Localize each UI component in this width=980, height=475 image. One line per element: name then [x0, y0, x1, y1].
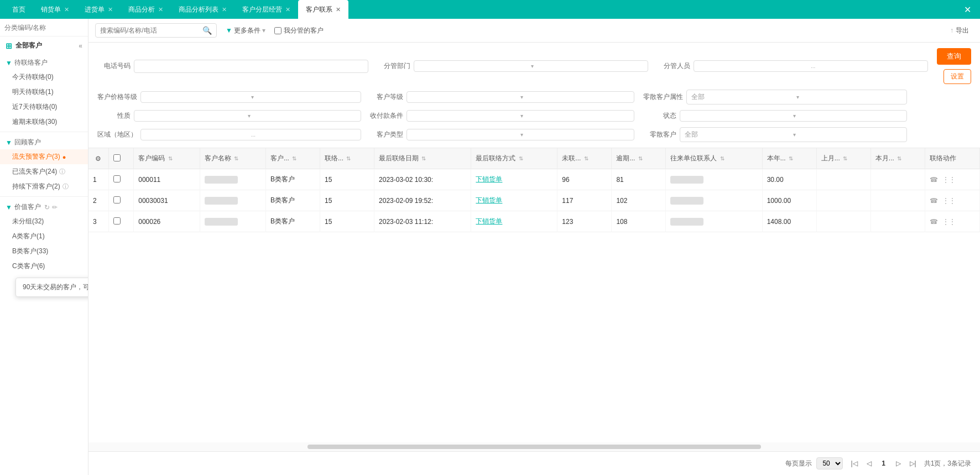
- row1-action-more-icon[interactable]: ⋮⋮: [942, 176, 956, 184]
- search-button[interactable]: 🔍: [202, 26, 212, 35]
- table-header-name[interactable]: 客户名称 ⇅: [200, 148, 265, 169]
- row2-action-more-icon[interactable]: ⋮⋮: [942, 197, 956, 205]
- sidebar-item-7days[interactable]: 近7天待联络(0): [0, 100, 88, 114]
- search-input[interactable]: [100, 27, 202, 34]
- refresh-icon[interactable]: ↻: [44, 203, 50, 211]
- search-box[interactable]: 🔍: [95, 23, 217, 38]
- filter-scatter-attr-select[interactable]: 全部 ▾: [686, 90, 907, 105]
- tab-purchase-order[interactable]: 进货单 ✕: [77, 0, 121, 19]
- sidebar-all-customers[interactable]: ⊞ 全部客户 «: [0, 36, 88, 55]
- sidebar-item-class-c[interactable]: C类客户(6): [0, 259, 88, 274]
- tab-product-analysis-close[interactable]: ✕: [158, 6, 163, 13]
- table-header-overdue[interactable]: 逾期... ⇅: [612, 148, 666, 169]
- scrollbar-thumb[interactable]: [307, 445, 761, 449]
- table-header-last-method[interactable]: 最后联络方式 ⇅: [471, 148, 557, 169]
- table-header-last-date[interactable]: 最后联络日期 ⇅: [374, 148, 471, 169]
- sidebar-item-class-a[interactable]: A类客户(1): [0, 229, 88, 244]
- tab-customer-contact-close[interactable]: ✕: [336, 6, 341, 13]
- tab-product-analysis-list-close[interactable]: ✕: [222, 6, 227, 13]
- tab-customer-tier-close[interactable]: ✕: [285, 6, 290, 13]
- horizontal-scrollbar[interactable]: [88, 442, 980, 451]
- tab-sales-order[interactable]: 销货单 ✕: [33, 0, 77, 19]
- table-header-contact[interactable]: 联络... ⇅: [320, 148, 374, 169]
- select-all-checkbox[interactable]: [113, 154, 121, 161]
- filter-dept-select[interactable]: ▾: [414, 60, 648, 72]
- my-customers-check[interactable]: [274, 27, 282, 34]
- chevron-payment-icon: ▾: [520, 113, 629, 119]
- sidebar-search[interactable]: 🔍: [0, 19, 88, 36]
- tab-purchase-order-close[interactable]: ✕: [108, 6, 113, 13]
- prev-page-button[interactable]: ◁: [863, 458, 875, 468]
- tab-sales-order-close[interactable]: ✕: [64, 6, 69, 13]
- tab-customer-tier[interactable]: 客户分层经营 ✕: [234, 0, 298, 19]
- row3-last-method[interactable]: 下销货单: [471, 211, 557, 232]
- filter-phone-input[interactable]: [134, 60, 368, 73]
- sidebar-item-churned[interactable]: 已流失客户(24) ⓘ: [0, 164, 88, 179]
- sort-thismonth-icon: ⇅: [897, 155, 901, 161]
- filter-person-select[interactable]: ...: [694, 60, 928, 72]
- tab-product-analysis[interactable]: 商品分析 ✕: [121, 0, 171, 19]
- chevron-scatter-attr-icon: ▾: [796, 94, 902, 100]
- sidebar-search-input[interactable]: [4, 24, 87, 32]
- window-close-icon[interactable]: ✕: [960, 4, 976, 15]
- filter-field-region: 区域（地区） ...: [97, 129, 361, 140]
- filter-region-select[interactable]: ...: [140, 129, 361, 140]
- row2-action-phone-icon[interactable]: ☎: [930, 197, 938, 205]
- table-header-this-year[interactable]: 本年... ⇅: [762, 148, 816, 169]
- settings-button[interactable]: 设置: [943, 69, 971, 84]
- filter-nature-select[interactable]: ▾: [134, 110, 361, 122]
- sidebar-divider-1: [0, 132, 88, 132]
- row1-last-method[interactable]: 下销货单: [471, 169, 557, 190]
- sidebar-item-ungrouped[interactable]: 未分组(32): [0, 214, 88, 229]
- filter-status-select[interactable]: ▾: [680, 110, 907, 122]
- table-header-last-month[interactable]: 上月... ⇅: [816, 148, 870, 169]
- next-page-button[interactable]: ▷: [893, 458, 904, 468]
- tab-product-analysis-list[interactable]: 商品分析列表 ✕: [171, 0, 234, 19]
- first-page-button[interactable]: |◁: [847, 458, 861, 468]
- row3-type: B类客户: [265, 211, 320, 232]
- table-header-this-month[interactable]: 本月... ⇅: [870, 148, 925, 169]
- filter-customer-grade-select[interactable]: ▾: [406, 91, 634, 103]
- sidebar-item-class-b[interactable]: B类客户(33): [0, 244, 88, 259]
- more-filters-button[interactable]: ▼ 更多条件 ▾: [221, 24, 270, 38]
- row3-checkbox[interactable]: [108, 211, 134, 232]
- row2-last-method[interactable]: 下销货单: [471, 190, 557, 211]
- filter-payment-select[interactable]: ▾: [406, 110, 634, 122]
- row2-check[interactable]: [113, 196, 121, 203]
- row1-check[interactable]: [113, 175, 121, 182]
- tab-home[interactable]: 首页: [4, 0, 33, 19]
- sidebar-item-overdue[interactable]: 逾期未联络(30): [0, 114, 88, 129]
- filter-price-grade-select[interactable]: ▾: [140, 91, 361, 103]
- row3-action-phone-icon[interactable]: ☎: [930, 218, 938, 226]
- table-header-code[interactable]: 客户编码 ⇅: [134, 148, 200, 169]
- table-header-type[interactable]: 客户... ⇅: [265, 148, 320, 169]
- my-customers-checkbox[interactable]: 我分管的客户: [274, 26, 324, 35]
- per-page-select[interactable]: 50: [816, 457, 843, 469]
- filter-scatter-select[interactable]: 全部 ▾: [680, 127, 907, 142]
- row3-action-more-icon[interactable]: ⋮⋮: [942, 218, 956, 226]
- sidebar-item-tomorrow[interactable]: 明天待联络(1): [0, 85, 88, 100]
- content-area: 🔍 ▼ 更多条件 ▾ 我分管的客户 ↑ 导出 电话号码: [88, 19, 980, 475]
- scrollbar-track[interactable]: [307, 445, 761, 449]
- table-header-no-contact[interactable]: 未联... ⇅: [557, 148, 612, 169]
- row2-checkbox[interactable]: [108, 190, 134, 211]
- row3-this-year: 1408.00: [762, 211, 816, 232]
- sidebar-item-declining[interactable]: 持续下滑客户(2) ⓘ: [0, 179, 88, 194]
- export-button[interactable]: ↑ 导出: [946, 24, 973, 38]
- last-page-button[interactable]: ▷|: [906, 458, 920, 468]
- sidebar-item-today[interactable]: 今天待联络(0): [0, 70, 88, 85]
- edit-icon[interactable]: ✏: [52, 203, 58, 211]
- sidebar-item-churn-warning[interactable]: 流失预警客户(3) ●: [0, 149, 88, 164]
- row3-check[interactable]: [113, 217, 121, 225]
- row2-method-link[interactable]: 下销货单: [476, 196, 502, 204]
- query-button[interactable]: 查询: [937, 48, 971, 65]
- row1-checkbox[interactable]: [108, 169, 134, 190]
- filter-customer-type-select[interactable]: ▾: [406, 129, 634, 140]
- table-header-contact-person[interactable]: 往来单位联系人 ⇅: [666, 148, 762, 169]
- row3-method-link[interactable]: 下销货单: [476, 217, 502, 225]
- table-header-checkbox[interactable]: [108, 148, 134, 169]
- tab-customer-contact[interactable]: 客户联系 ✕: [298, 0, 348, 19]
- row1-method-link[interactable]: 下销货单: [476, 175, 502, 183]
- table-header-settings[interactable]: ⚙: [88, 148, 108, 169]
- row1-action-phone-icon[interactable]: ☎: [930, 176, 938, 184]
